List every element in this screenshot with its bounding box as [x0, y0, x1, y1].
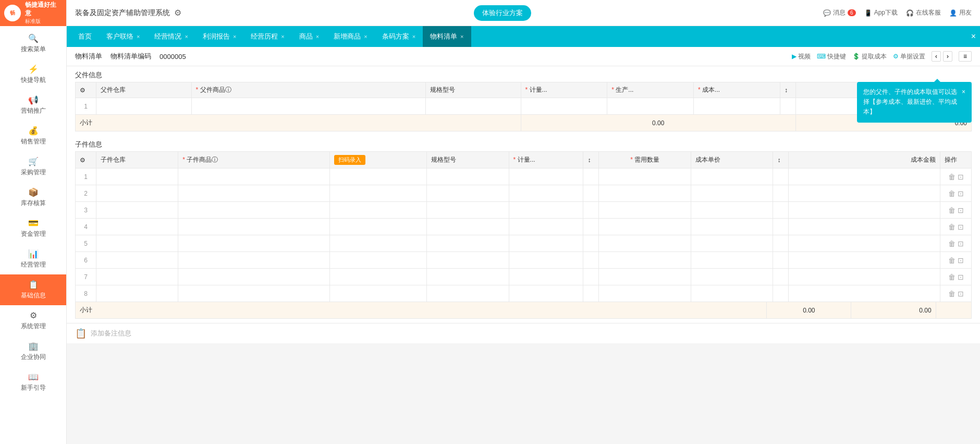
child-warehouse-cell[interactable]	[96, 219, 178, 235]
child-need-qty-cell[interactable]	[599, 219, 691, 235]
copy-icon[interactable]: ⊡	[958, 189, 964, 198]
close-icon[interactable]: ×	[364, 33, 367, 40]
single-settings-button[interactable]: ⚙ 单据设置	[893, 52, 925, 61]
sidebar-item-inventory[interactable]: 📦 库存核算	[0, 182, 66, 213]
child-warehouse-cell[interactable]	[96, 235, 178, 252]
child-col-scan[interactable]: 扫码录入	[329, 152, 426, 169]
sidebar-item-enterprise[interactable]: 🏢 企业协同	[0, 336, 66, 367]
parent-cost-cell[interactable]	[694, 98, 780, 115]
tab-new-goods[interactable]: 新增商品 ×	[326, 26, 374, 47]
child-unit-price-cell[interactable]	[691, 285, 773, 302]
child-goods-cell[interactable]	[178, 202, 329, 219]
parent-prod-cell[interactable]	[607, 98, 694, 115]
list-view-button[interactable]: ≡	[959, 51, 972, 62]
tab-bom[interactable]: 物料清单 ×	[423, 26, 471, 47]
parent-unit-cell[interactable]	[521, 98, 607, 115]
delete-icon[interactable]: 🗑	[948, 273, 956, 281]
tab-goods[interactable]: 商品 ×	[292, 26, 326, 47]
copy-icon[interactable]: ⊡	[958, 290, 964, 298]
child-goods-cell[interactable]	[178, 219, 329, 235]
child-spec-cell[interactable]	[427, 185, 509, 202]
child-unit-price-cell[interactable]	[691, 185, 773, 202]
child-spec-cell[interactable]	[427, 235, 509, 252]
view-video-button[interactable]: ▶ 视频	[792, 52, 811, 61]
child-unit-cell[interactable]	[509, 285, 583, 302]
sidebar-item-basicinfo[interactable]: 📋 基础信息	[0, 274, 66, 305]
tab-profit[interactable]: 利润报告 ×	[195, 26, 243, 47]
close-icon[interactable]: ×	[233, 33, 236, 40]
child-col-gear[interactable]: ⚙	[76, 152, 96, 169]
child-unit-price-cell[interactable]	[691, 269, 773, 285]
next-button[interactable]: ›	[943, 51, 952, 62]
tab-operations[interactable]: 经营情况 ×	[147, 26, 195, 47]
note-icon[interactable]: 📋	[75, 328, 87, 339]
child-spec-cell[interactable]	[427, 285, 509, 302]
delete-icon[interactable]: 🗑	[948, 239, 956, 248]
child-spec-cell[interactable]	[427, 252, 509, 269]
tooltip-close-button[interactable]: ×	[962, 87, 965, 97]
child-unit-price-cell[interactable]	[691, 235, 773, 252]
child-spec-cell[interactable]	[427, 219, 509, 235]
child-need-qty-cell[interactable]	[599, 185, 691, 202]
child-col-sort1[interactable]: ↕	[583, 152, 599, 169]
experience-button[interactable]: 体验行业方案	[474, 5, 531, 21]
user-button[interactable]: 👤 用友	[949, 8, 972, 17]
child-unit-cell[interactable]	[509, 185, 583, 202]
add-note-label[interactable]: 添加备注信息	[91, 329, 131, 338]
child-unit-cell[interactable]	[509, 219, 583, 235]
sidebar-item-purchase[interactable]: 🛒 采购管理	[0, 151, 66, 182]
parent-col-gear[interactable]: ⚙	[76, 82, 96, 98]
tab-customer[interactable]: 客户联络 ×	[99, 26, 147, 47]
parent-col-sort[interactable]: ↕	[780, 82, 795, 98]
child-need-qty-cell[interactable]	[599, 285, 691, 302]
child-goods-cell[interactable]	[178, 235, 329, 252]
child-warehouse-cell[interactable]	[96, 285, 178, 302]
copy-icon[interactable]: ⊡	[958, 173, 964, 181]
sidebar-item-system[interactable]: ⚙ 系统管理	[0, 305, 66, 336]
child-unit-cell[interactable]	[509, 269, 583, 285]
copy-icon[interactable]: ⊡	[958, 273, 964, 281]
child-unit-cell[interactable]	[509, 169, 583, 185]
child-unit-price-cell[interactable]	[691, 202, 773, 219]
close-icon[interactable]: ×	[460, 33, 463, 40]
copy-icon[interactable]: ⊡	[958, 223, 964, 231]
prev-button[interactable]: ‹	[932, 51, 941, 62]
tab-home[interactable]: 首页	[71, 26, 99, 47]
child-need-qty-cell[interactable]	[599, 169, 691, 185]
sidebar-item-marketing[interactable]: 📢 营销推广	[0, 90, 66, 121]
child-spec-cell[interactable]	[427, 269, 509, 285]
child-warehouse-cell[interactable]	[96, 252, 178, 269]
child-goods-cell[interactable]	[178, 252, 329, 269]
delete-icon[interactable]: 🗑	[948, 290, 956, 298]
delete-icon[interactable]: 🗑	[948, 206, 956, 214]
child-unit-cell[interactable]	[509, 202, 583, 219]
close-icon[interactable]: ×	[281, 33, 284, 40]
child-need-qty-cell[interactable]	[599, 202, 691, 219]
tab-history[interactable]: 经营历程 ×	[243, 26, 291, 47]
sidebar-item-operations[interactable]: 📊 经营管理	[0, 244, 66, 274]
copy-icon[interactable]: ⊡	[958, 239, 964, 248]
child-spec-cell[interactable]	[427, 202, 509, 219]
scan-input-button[interactable]: 扫码录入	[334, 155, 365, 165]
sidebar-item-search[interactable]: 🔍 搜索菜单	[0, 28, 66, 59]
message-button[interactable]: 💬 消息 6	[823, 8, 856, 17]
child-unit-cell[interactable]	[509, 252, 583, 269]
child-warehouse-cell[interactable]	[96, 185, 178, 202]
child-goods-cell[interactable]	[178, 185, 329, 202]
close-icon[interactable]: ×	[316, 33, 319, 40]
child-unit-price-cell[interactable]	[691, 219, 773, 235]
child-unit-price-cell[interactable]	[691, 252, 773, 269]
delete-icon[interactable]: 🗑	[948, 256, 956, 265]
child-goods-cell[interactable]	[178, 285, 329, 302]
copy-icon[interactable]: ⊡	[958, 206, 964, 214]
sidebar-item-finance[interactable]: 💳 资金管理	[0, 213, 66, 244]
parent-goods-cell[interactable]	[191, 98, 425, 115]
extract-cost-button[interactable]: 💲 提取成本	[852, 52, 887, 61]
child-need-qty-cell[interactable]	[599, 252, 691, 269]
sidebar-item-quicknav[interactable]: ⚡ 快捷导航	[0, 59, 66, 90]
copy-icon[interactable]: ⊡	[958, 256, 964, 265]
close-icon[interactable]: ×	[185, 33, 188, 40]
close-icon[interactable]: ×	[412, 33, 415, 40]
child-warehouse-cell[interactable]	[96, 202, 178, 219]
delete-icon[interactable]: 🗑	[948, 189, 956, 198]
